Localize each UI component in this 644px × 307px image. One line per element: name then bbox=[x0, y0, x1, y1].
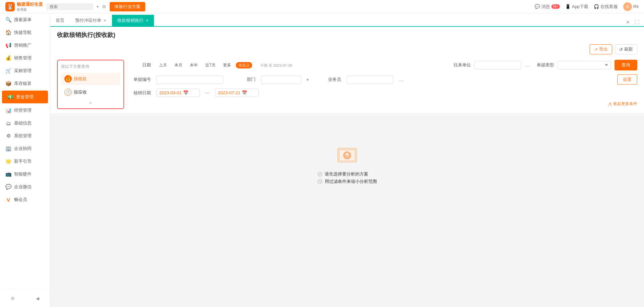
sidebar-item-marketing[interactable]: 📢 营销推广 bbox=[0, 39, 50, 52]
tab-expand-icon[interactable]: ⛶ bbox=[633, 18, 641, 26]
user-avatar[interactable]: R Rit bbox=[623, 2, 639, 11]
sidebar-settings-button[interactable]: ⚙ bbox=[5, 293, 20, 304]
filter-receivable-label: 按应收 bbox=[74, 89, 87, 95]
toolbar-row: ↗ 导出 ↺ 刷新 bbox=[50, 42, 644, 56]
trial-industry-button[interactable]: 体验行业方案 bbox=[110, 2, 145, 11]
sidebar-item-guide[interactable]: 🌟 新手引导 bbox=[0, 155, 50, 168]
department-input[interactable] bbox=[261, 75, 301, 84]
verification-end-date[interactable]: 2023-07-21 📅 bbox=[215, 89, 259, 97]
doc-number-input[interactable] bbox=[156, 75, 223, 84]
service-icon: 🎧 bbox=[594, 4, 599, 9]
tab-prepay-close-icon[interactable]: ✕ bbox=[103, 18, 106, 23]
filter-area: 按以下方案查询 💰 按收款 🕐 按应收 » 日期 bbox=[50, 56, 644, 113]
query-button[interactable]: 查询 bbox=[614, 60, 637, 70]
date-btn-last-month[interactable]: 上月 bbox=[156, 61, 170, 69]
sidebar-item-member[interactable]: V 畅会员 bbox=[0, 193, 50, 206]
empty-step-1: 1 请先选择要分析的方案 bbox=[317, 171, 377, 177]
sidebar-item-sales[interactable]: 💰 销售管理 bbox=[0, 52, 50, 64]
department-dropdown-icon[interactable]: ▾ bbox=[307, 77, 309, 82]
topbar-gear-icon[interactable]: ⚙ bbox=[102, 4, 106, 9]
verification-date-label: 核销日期 bbox=[131, 90, 151, 96]
sidebar-item-basic[interactable]: 🗂 基础信息 bbox=[0, 117, 50, 130]
sidebar-item-hardware[interactable]: 📺 智能硬件 bbox=[0, 168, 50, 181]
doc-type-select[interactable] bbox=[557, 61, 611, 69]
sidebar-label-finance: 资金管理 bbox=[16, 94, 34, 100]
message-button[interactable]: 💬 消息 99+ bbox=[535, 4, 560, 10]
cal-start-icon[interactable]: 📅 bbox=[183, 90, 189, 95]
tab-close-all-icon[interactable]: ✕ bbox=[625, 18, 631, 26]
topbar-right: 💬 消息 99+ 📱 App下载 🎧 在线客服 R Rit bbox=[535, 2, 639, 11]
settings-button[interactable]: 设置 bbox=[617, 74, 637, 85]
sidebar-label-hardware: 智能硬件 bbox=[14, 171, 32, 177]
cal-end-icon[interactable]: 📅 bbox=[242, 90, 247, 95]
sidebar-item-finance[interactable]: 💵 资金管理 bbox=[2, 91, 48, 103]
sidebar-item-system[interactable]: ⚙ 系统管理 bbox=[0, 130, 50, 142]
filter-option-by-receivable[interactable]: 🕐 按应收 bbox=[61, 86, 120, 98]
date-dash: — bbox=[205, 90, 210, 95]
date-btn-this-month[interactable]: 本月 bbox=[172, 61, 185, 69]
filter-main: 日期 上月 本月 本年 近7天 更多 自定义 不限 至 2023-07-26 bbox=[124, 60, 637, 109]
system-icon: ⚙ bbox=[5, 133, 11, 139]
date-btn-more[interactable]: 更多 bbox=[220, 61, 234, 69]
tab-collection-label: 收款核销执行 bbox=[117, 17, 144, 23]
sidebar-label-system: 系统管理 bbox=[14, 133, 32, 139]
sidebar-collapse-button[interactable]: ◀ bbox=[31, 293, 45, 304]
date-btn-this-year[interactable]: 本年 bbox=[187, 61, 201, 69]
counterpart-dots-icon[interactable]: … bbox=[525, 62, 531, 68]
member-icon: V bbox=[5, 197, 11, 203]
app-logo: 🐰 畅捷通好生意 标准版 bbox=[5, 1, 43, 12]
avatar-icon: R bbox=[623, 2, 632, 11]
sidebar-label-guide: 新手引导 bbox=[14, 158, 32, 164]
sidebar-item-operations[interactable]: 📊 经营管理 bbox=[0, 104, 50, 117]
sidebar-label-purchase: 采购管理 bbox=[14, 68, 32, 74]
search-input[interactable] bbox=[46, 3, 93, 10]
empty-step-2: 2 用过滤条件来缩小分析范围 bbox=[317, 178, 377, 185]
filter-collapse-button[interactable]: » bbox=[61, 100, 120, 105]
tab-collection[interactable]: 收款核销执行 ✕ bbox=[112, 15, 154, 26]
sales-icon: 💰 bbox=[5, 55, 11, 61]
search-dropdown-icon[interactable]: ▾ bbox=[97, 4, 99, 9]
sidebar-item-purchase[interactable]: 🛒 采购管理 bbox=[0, 64, 50, 77]
app-download-button[interactable]: 📱 App下载 bbox=[565, 4, 588, 10]
sidebar-item-wechat[interactable]: 💬 企业微信 bbox=[0, 181, 50, 193]
inventory-icon: 📦 bbox=[5, 81, 11, 87]
tabbar: 首页 预付冲应付单 ✕ 收款核销执行 ✕ ✕ ⛶ bbox=[50, 13, 644, 27]
refresh-button[interactable]: ↺ 刷新 bbox=[615, 44, 637, 54]
date-shortcuts-group: 上月 本月 本年 近7天 更多 自定义 bbox=[156, 61, 252, 69]
date-btn-custom[interactable]: 自定义 bbox=[236, 62, 252, 68]
sidebar-item-cooperation[interactable]: 🏢 企业协同 bbox=[0, 142, 50, 155]
verification-start-date[interactable]: 2023-03-01 📅 bbox=[156, 89, 200, 97]
export-button[interactable]: ↗ 导出 bbox=[590, 44, 612, 54]
verification-end-value: 2023-07-21 bbox=[218, 90, 240, 95]
tab-collection-close-icon[interactable]: ✕ bbox=[146, 18, 149, 23]
date-btn-7days[interactable]: 近7天 bbox=[203, 61, 218, 69]
online-service-button[interactable]: 🎧 在线客服 bbox=[594, 4, 618, 10]
sidebar-item-search[interactable]: 🔍 搜索菜单 bbox=[0, 13, 50, 26]
tabbar-actions: ✕ ⛶ bbox=[621, 18, 644, 26]
department-label: 部门 bbox=[235, 76, 256, 83]
sidebar-item-inventory[interactable]: 📦 库存核算 bbox=[0, 77, 50, 90]
salesperson-input[interactable] bbox=[346, 75, 393, 84]
page-title: 收款核销执行(按收款) bbox=[57, 31, 637, 42]
collapse-more-button[interactable]: ⋀ 收起更多条件 bbox=[131, 101, 637, 107]
doc-number-label: 单据编号 bbox=[131, 76, 151, 83]
salesperson-label: 业务员 bbox=[321, 76, 341, 83]
page-header: 收款核销执行(按收款) bbox=[50, 27, 644, 42]
sidebar-label-cooperation: 企业协同 bbox=[14, 146, 32, 152]
tab-prepay[interactable]: 预付冲应付单 ✕ bbox=[70, 15, 112, 26]
sidebar-label-basic: 基础信息 bbox=[14, 120, 32, 126]
sidebar-label-search: 搜索菜单 bbox=[14, 17, 32, 23]
doc-type-label: 单据类型 bbox=[534, 62, 554, 68]
basic-icon: 🗂 bbox=[5, 120, 11, 126]
sidebar-item-quick-nav[interactable]: 🏠 快捷导航 bbox=[0, 26, 50, 39]
hardware-icon: 📺 bbox=[5, 171, 11, 177]
empty-step-2-text: 用过滤条件来缩小分析范围 bbox=[325, 178, 377, 185]
marketing-icon: 📢 bbox=[5, 42, 11, 48]
tab-home[interactable]: 首页 bbox=[50, 15, 70, 26]
counterpart-input[interactable] bbox=[474, 61, 521, 69]
filter-sidebar-title: 按以下方案查询 bbox=[61, 64, 120, 69]
empty-step-1-text: 请先选择要分析的方案 bbox=[325, 171, 368, 177]
salesperson-dots-icon[interactable]: … bbox=[399, 76, 405, 83]
counterpart-label: 往来单位 bbox=[451, 62, 471, 68]
filter-option-by-receipt[interactable]: 💰 按收款 bbox=[61, 73, 120, 85]
